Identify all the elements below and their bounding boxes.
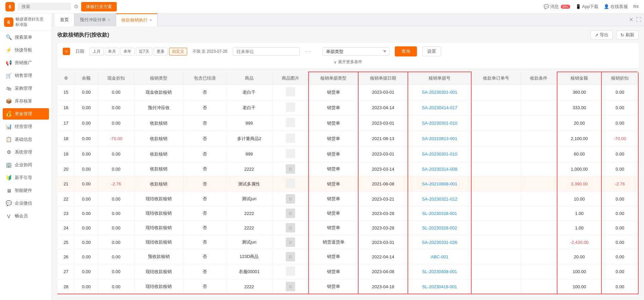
doc-no-link[interactable]: SL-20230328-002	[422, 225, 457, 230]
filter-expand-button[interactable]: »	[63, 48, 70, 55]
query-button[interactable]: 查询	[395, 46, 417, 56]
export-button[interactable]: ↗ 导出	[590, 30, 613, 40]
sidebar-item-system[interactable]: ⚙系统管理	[0, 146, 52, 159]
sidebar-item-finance[interactable]: 💰资金管理	[3, 108, 49, 120]
sidebar-item-wechat[interactable]: 💬企业微信	[0, 197, 52, 210]
tab-close-prepay[interactable]: ×	[108, 17, 110, 22]
filter-settings-button[interactable]: 设置	[422, 46, 441, 56]
sidebar-item-operations[interactable]: 📊经营管理	[0, 120, 52, 133]
cell-receipt-doc-no[interactable]: ABC-001	[408, 250, 471, 264]
this-year-btn[interactable]: 本年	[120, 48, 135, 55]
custom-date-btn[interactable]: 自定义	[169, 48, 187, 55]
more-dates-btn[interactable]: 更多	[154, 48, 168, 55]
sidebar-item-inventory[interactable]: 📦库存核算	[0, 95, 52, 108]
sidebar-item-guide[interactable]: 🔰新手引导	[0, 171, 52, 184]
sidebar-item-hardware[interactable]: 🖥智能硬件	[0, 184, 52, 197]
doc-no-link[interactable]: SA-20230321-012	[422, 197, 458, 202]
cell-write-off-amount: 360.00	[557, 85, 602, 100]
cell-goods-image: 🖼	[272, 162, 309, 176]
window-close-icon[interactable]: ✕	[629, 16, 633, 23]
cell-collection-order-no	[471, 264, 521, 280]
message-icon: 💬	[544, 4, 549, 9]
customer-filter-input[interactable]	[233, 47, 300, 56]
doc-no-link[interactable]: ABC-001	[431, 254, 448, 259]
doc-no-link[interactable]: SA-20210808-001	[422, 181, 458, 186]
doc-no-link[interactable]: SL-20230418-001	[422, 284, 457, 289]
window-expand-icon[interactable]: ⛶	[636, 17, 641, 23]
goods-image	[286, 179, 295, 188]
cell-write-off-amount: 1.00	[557, 206, 602, 221]
doc-no-link[interactable]: SA-20230301-001	[422, 90, 458, 95]
top-search-input[interactable]	[17, 3, 71, 10]
cell-receipt-doc-no[interactable]: SA-20230301-010	[408, 146, 471, 162]
column-settings-icon[interactable]: ⚙	[64, 76, 68, 81]
sidebar-item-shortcuts[interactable]: ⚡快捷导航	[0, 44, 52, 56]
cell-receipt-doc-type: 销货退货单	[309, 235, 358, 250]
industry-solution-button[interactable]: 体验行业方案	[81, 2, 117, 11]
sidebar-item-basic[interactable]: 📋基础信息	[0, 133, 52, 146]
tab-close-collection[interactable]: ×	[150, 18, 152, 23]
cell-receipt-doc-no[interactable]: SL-20230328-002	[408, 221, 471, 235]
cell-write-off-amount: 1,000.00	[557, 162, 602, 176]
cell-receipt-doc-no[interactable]: SL-20230408-001	[408, 264, 471, 280]
cell-receipt-doc-date: 2023-04-18	[358, 280, 408, 294]
sidebar-item-search[interactable]: 🔍搜索菜单	[0, 31, 52, 44]
doc-no-link[interactable]: SA-20230314-008	[422, 167, 458, 172]
cell-collection-terms	[521, 100, 557, 116]
online-service-link[interactable]: 👤 在线客服	[604, 4, 628, 10]
sidebar-item-member[interactable]: V畅会员	[0, 210, 52, 222]
user-name[interactable]: Rit	[633, 4, 639, 9]
export-icon: ↗	[595, 33, 598, 38]
cell-receipt-doc-no[interactable]: SA-20210808-001	[408, 176, 471, 192]
doc-type-filter-select[interactable]: 单据类型	[322, 47, 389, 56]
tab-prepay[interactable]: 预付冲应付单×	[74, 13, 116, 26]
doc-no-link[interactable]: SA-20210813-001	[422, 136, 458, 141]
cell-num: 27	[57, 264, 75, 280]
cell-receipt-doc-no[interactable]: SA-20230301-010	[408, 116, 471, 131]
sidebar-item-marketing[interactable]: 📢营销推广	[0, 56, 52, 69]
doc-no-link[interactable]: SA-20230301-010	[422, 121, 458, 126]
filter-expand-row[interactable]: ∨ 展开更多条件	[63, 59, 633, 65]
message-area[interactable]: 💬 消息 99+	[544, 4, 571, 10]
doc-no-link[interactable]: SA-20230414-017	[422, 105, 458, 110]
cell-receipt-doc-no[interactable]: SA-20230331-026	[408, 235, 471, 250]
sidebar-item-label: 经营管理	[15, 124, 32, 130]
cell-receipt-doc-no[interactable]: SA-20210813-001	[408, 131, 471, 146]
doc-no-link[interactable]: SA-20230301-010	[422, 152, 458, 157]
tab-collection[interactable]: 收款核销执行×	[116, 13, 158, 26]
purchase-icon: 🛍	[5, 86, 12, 91]
cell-receipt-doc-no[interactable]: SA-20230414-017	[408, 100, 471, 116]
cell-goods-image	[272, 100, 309, 116]
message-label: 消息	[550, 4, 559, 9]
cell-balance: 0.00	[75, 235, 98, 250]
tab-label-prepay: 预付冲应付单	[80, 17, 106, 23]
cell-goods: 测试多属性	[226, 176, 272, 192]
doc-no-link[interactable]: SL-20230408-001	[422, 269, 457, 274]
sidebar-item-sales[interactable]: 🛒销售管理	[0, 69, 52, 82]
refresh-button[interactable]: ↻ 刷新	[616, 30, 639, 40]
cell-goods: 老白干	[226, 85, 272, 100]
cell-receipt-doc-no[interactable]: SA-20230321-012	[408, 192, 471, 206]
this-month-btn[interactable]: 本月	[105, 48, 119, 55]
cell-balance: 0.00	[75, 264, 98, 280]
cell-receipt-doc-no[interactable]: SL-20230328-001	[408, 206, 471, 221]
doc-no-link[interactable]: SL-20230328-001	[422, 211, 457, 216]
doc-no-link[interactable]: SA-20230331-026	[422, 240, 458, 245]
cell-cash-discount: 0.00	[98, 116, 134, 131]
last-month-btn[interactable]: 上月	[90, 48, 104, 55]
cell-receipt-doc-no[interactable]: SL-20230418-001	[408, 280, 471, 294]
last-7-days-btn[interactable]: 近7天	[136, 48, 152, 55]
cell-receipt-doc-no[interactable]: SA-20230301-001	[408, 85, 471, 100]
sidebar-item-enterprise[interactable]: 🏢企业协同	[0, 159, 52, 171]
logo-icon: 6	[4, 17, 13, 27]
app-download-link[interactable]: 📱 App下载	[576, 4, 598, 10]
cell-collection-terms	[521, 206, 557, 221]
col-settings[interactable]: ⚙	[57, 72, 75, 85]
settings-icon[interactable]: ⚙	[74, 3, 78, 10]
cell-goods-image: 🖼	[272, 206, 309, 221]
cell-write-off-amount: 1.00	[557, 221, 602, 235]
table-footer-row: 40,556,66... 952.24	[57, 294, 638, 296]
tab-home[interactable]: 首页	[55, 13, 74, 26]
sidebar-item-purchase[interactable]: 🛍采购管理	[0, 82, 52, 95]
cell-receipt-doc-no[interactable]: SA-20230314-008	[408, 162, 471, 176]
